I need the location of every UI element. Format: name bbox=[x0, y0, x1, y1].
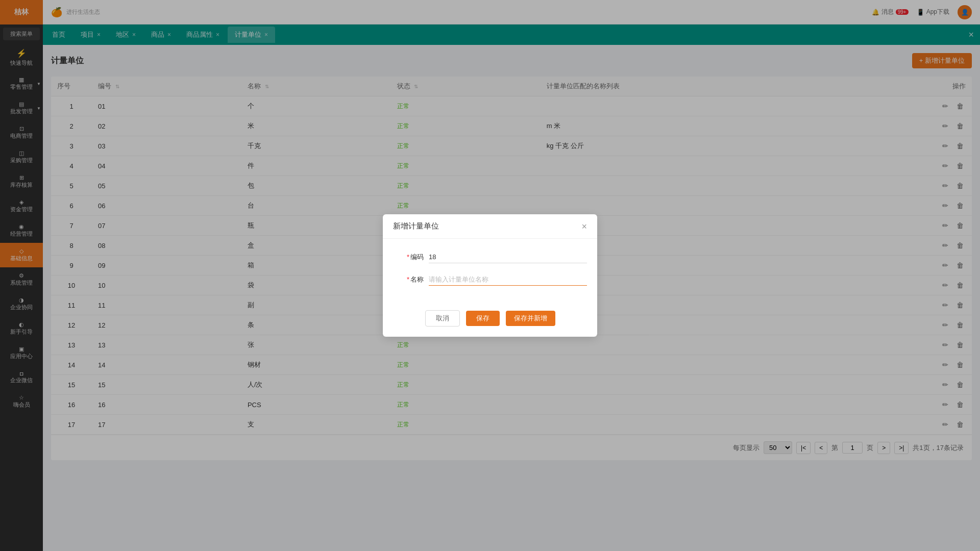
modal-footer: 取消 保存 保存并新增 bbox=[383, 304, 597, 337]
modal-close-button[interactable]: × bbox=[581, 222, 587, 231]
code-label: 编码 bbox=[393, 253, 424, 262]
modal-body: 编码 名称 bbox=[383, 239, 597, 304]
save-add-button[interactable]: 保存并新增 bbox=[506, 311, 555, 326]
modal-header: 新增计量单位 × bbox=[383, 214, 597, 239]
form-item-name: 名称 bbox=[393, 273, 587, 286]
modal-title: 新增计量单位 bbox=[393, 221, 439, 231]
code-input[interactable] bbox=[429, 251, 587, 263]
name-label: 名称 bbox=[393, 275, 424, 284]
add-unit-modal: 新增计量单位 × 编码 名称 取消 保存 保存并新增 bbox=[383, 214, 597, 337]
name-input[interactable] bbox=[429, 273, 587, 286]
cancel-button[interactable]: 取消 bbox=[425, 310, 460, 327]
modal-overlay: 新增计量单位 × 编码 名称 取消 保存 保存并新增 bbox=[0, 0, 980, 551]
save-button[interactable]: 保存 bbox=[466, 311, 500, 326]
name-required-star bbox=[407, 276, 410, 283]
code-required-star bbox=[407, 253, 410, 261]
form-item-code: 编码 bbox=[393, 251, 587, 263]
